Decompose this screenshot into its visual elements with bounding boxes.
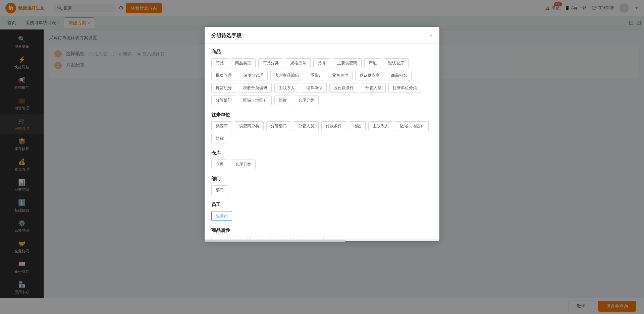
tag-partner-category[interactable]: 往来单位分类 [388, 83, 421, 93]
modal-overlay: 分组待选字段 × 商品 商品 商品类型 商品分类 规格型号 品牌 主要供应商 产… [0, 0, 644, 314]
tag-region-area[interactable]: 区域（地区） [396, 121, 429, 131]
tag-region-product[interactable]: 区域（地区） [239, 96, 272, 105]
tag-pick-points[interactable]: 拣货积分 [211, 83, 236, 93]
tag-customer-code[interactable]: 客户商品编码 [270, 71, 303, 80]
field-group-partner: 往来单位 供应商 供应商分类 分管部门 分管人员 付款条件 地区 主联系人 区域… [211, 112, 433, 143]
tag-product-category[interactable]: 商品分类 [258, 58, 283, 68]
tag-manager[interactable]: 分管人员 [361, 83, 386, 93]
tag-expiry-mgmt[interactable]: 保质期管理 [239, 71, 268, 80]
tag-short-name-product[interactable]: 简称 [274, 96, 291, 105]
tag-mgmt-dept[interactable]: 分管部门 [266, 121, 291, 131]
modal-scroll-bar[interactable] [205, 239, 439, 241]
tag-main-contact[interactable]: 主联系人 [274, 83, 299, 93]
field-group-product: 商品 商品 商品类型 商品分类 规格型号 品牌 主要供应商 产地 默认仓库 批次… [211, 49, 433, 105]
field-group-employee: 员工 业务员 [211, 202, 433, 221]
tag-weight[interactable]: 重量3 [306, 71, 325, 80]
tag-mgmt-person[interactable]: 分管人员 [294, 121, 319, 131]
tag-main-supplier[interactable]: 主要供应商 [333, 58, 362, 68]
tag-color[interactable]: 颜色 [231, 237, 248, 239]
tag-region-partner[interactable]: 地区 [349, 121, 366, 131]
tag-batch-mgmt[interactable]: 批次管理 [211, 71, 236, 80]
tag-supplier-category[interactable]: 供应商分类 [235, 121, 264, 131]
product-tags: 商品 商品类型 商品分类 规格型号 品牌 主要供应商 产地 默认仓库 批次管理 … [211, 58, 433, 105]
dept-tags: 部门 [211, 185, 433, 195]
tag-default-supplier[interactable]: 默认供应商 [355, 71, 384, 80]
tag-warehouse-cat[interactable]: 仓库分类 [231, 160, 256, 169]
modal-scroll-thumb [205, 240, 345, 242]
employee-tags: 业务员 [211, 211, 433, 221]
field-group-dept: 部门 部门 [211, 176, 433, 195]
tag-retail-unit[interactable]: 零售单位 [328, 71, 353, 80]
tag-payment-condition[interactable]: 付款条件 [321, 121, 346, 131]
field-group-employee-title: 员工 [211, 202, 433, 208]
tag-spec-model[interactable]: 规格型号 [286, 58, 311, 68]
tag-origin[interactable]: 产地 [364, 58, 381, 68]
field-group-warehouse-title: 仓库 [211, 150, 433, 156]
field-group-product-title: 商品 [211, 49, 433, 55]
tag-size[interactable]: 尺码 [274, 237, 290, 239]
tag-main-contact-partner[interactable]: 主联系人 [368, 121, 393, 131]
tag-department[interactable]: 部门 [211, 185, 228, 195]
tag-default-warehouse[interactable]: 默认仓库 [384, 58, 409, 68]
modal-title: 分组待选字段 [211, 33, 241, 39]
modal-header: 分组待选字段 × [205, 27, 439, 44]
warehouse-tags: 仓库 仓库分类 [211, 160, 433, 169]
field-selection-modal: 分组待选字段 × 商品 商品 商品类型 商品分类 规格型号 品牌 主要供应商 产… [205, 27, 439, 241]
tag-1[interactable]: 1 [313, 237, 324, 239]
field-group-warehouse: 仓库 仓库 仓库分类 [211, 150, 433, 169]
tag-tax-code[interactable]: 税收分类编码 [239, 83, 272, 93]
modal-body[interactable]: 商品 商品 商品类型 商品分类 规格型号 品牌 主要供应商 产地 默认仓库 批次… [205, 44, 439, 239]
tag-attr[interactable]: 属性 [211, 237, 228, 239]
field-group-partner-title: 往来单位 [211, 112, 433, 118]
tag-payment-terms[interactable]: 收付款条件 [329, 83, 358, 93]
tag-dept[interactable]: 分管部门 [211, 96, 236, 105]
tag-product-type[interactable]: 商品类型 [231, 58, 256, 68]
tag-warehouse[interactable]: 仓库 [211, 160, 228, 169]
modal-close-button[interactable]: × [429, 32, 433, 39]
tag-salesperson[interactable]: 业务员 [211, 211, 232, 221]
field-group-attr-title: 商品属性 [211, 228, 433, 234]
tag-product[interactable]: 商品 [211, 58, 228, 68]
field-group-dept-title: 部门 [211, 176, 433, 182]
tag-settlement-unit[interactable]: 结算单位 [302, 83, 327, 93]
tag-short-name-partner[interactable]: 简称 [211, 134, 228, 143]
tag-shoe-size[interactable]: 鞋码 [293, 237, 310, 239]
partner-tags: 供应商 供应商分类 分管部门 分管人员 付款条件 地区 主联系人 区域（地区） … [211, 121, 433, 143]
tag-product-alias[interactable]: 商品别名 [387, 71, 412, 80]
tag-supplier[interactable]: 供应商 [211, 121, 232, 131]
field-group-product-attr: 商品属性 属性 颜色 多规格 尺码 鞋码 1 [211, 228, 433, 239]
attr-tags: 属性 颜色 多规格 尺码 鞋码 1 [211, 237, 433, 239]
tag-warehouse-category[interactable]: 仓库分类 [294, 96, 319, 105]
tag-multi-spec[interactable]: 多规格 [250, 237, 271, 239]
tag-brand[interactable]: 品牌 [313, 58, 330, 68]
